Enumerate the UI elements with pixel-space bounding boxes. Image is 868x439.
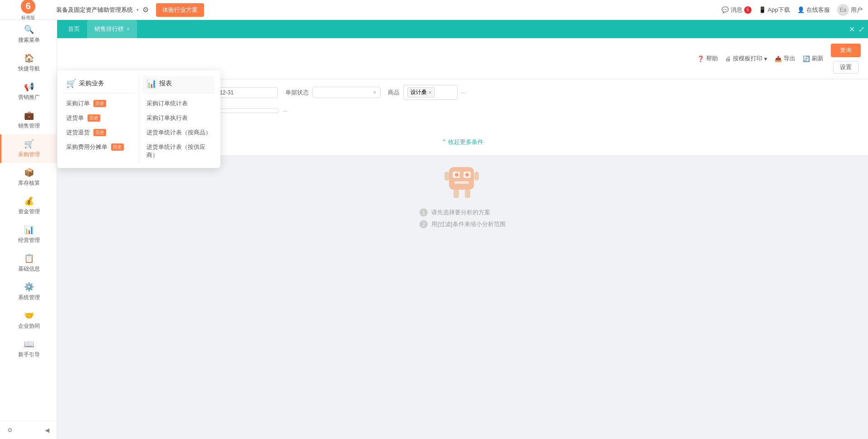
sidebar-item-newbie[interactable]: 📖 新手引导 [0, 335, 57, 363]
svg-rect-7 [465, 190, 470, 198]
sidebar-label-operations: 经营管理 [18, 237, 40, 244]
footer-settings-icon[interactable]: ⚙ [7, 427, 13, 434]
empty-illustration [435, 156, 490, 201]
messages-item[interactable]: 💬 消息 5 [722, 6, 751, 14]
product-label: 商品 [388, 89, 400, 97]
system-title: 装备及固定资产辅助管理系统 [56, 6, 133, 14]
sidebar-label-newbie: 新手引导 [18, 351, 40, 359]
tab-sales-rank-label: 销售排行榜 [94, 25, 124, 33]
menu-item-incoming-stats-supplier[interactable]: 进货单统计表（按供应商） [143, 140, 215, 163]
refresh-action[interactable]: 🔄 刷新 [803, 54, 824, 63]
sidebar-label-purchase: 采购管理 [18, 151, 40, 158]
tab-close-window-icon[interactable]: ✕ [849, 25, 855, 34]
hint-num-1: 1 [419, 208, 428, 217]
sidebar: 🔍 搜索菜单 🏠 快捷导航 📢 营销推广 💼 销售管理 🛒 采购管理 📦 [0, 20, 57, 439]
message-icon: 💬 [722, 6, 729, 13]
menu-item-incoming[interactable]: 进货单 历史 [63, 111, 135, 125]
user-item[interactable]: Ea 用户 [837, 4, 863, 16]
menu-columns: 🛒 采购业务 采购订单 历史 进货单 历史 进货退货 历史 采购费用分摊单 [63, 76, 215, 163]
help-action[interactable]: ❓ 帮助 [697, 54, 718, 63]
avatar: Ea [837, 4, 849, 16]
sidebar-item-marketing[interactable]: 📢 营销推广 [0, 77, 57, 106]
basic-info-icon: 📋 [24, 253, 34, 263]
online-service-item[interactable]: 👤 在线客服 [797, 6, 830, 14]
trial-button[interactable]: 体验行业方案 [156, 3, 204, 17]
product-control[interactable]: 设计桑 × [403, 85, 458, 100]
cost-history: 历史 [111, 143, 124, 151]
menu-item-incoming-stats-product[interactable]: 进货单统计表（按商品） [143, 125, 215, 140]
query-button[interactable]: 查询 [831, 44, 861, 57]
refresh-label: 刷新 [812, 54, 824, 63]
sidebar-item-inventory[interactable]: 📦 库存核算 [0, 163, 57, 192]
sidebar-item-sales[interactable]: 💼 销售管理 [0, 106, 57, 134]
purchase-icon: 🛒 [24, 139, 34, 149]
app-container: 6 标准版 装备及固定资产辅助管理系统 ▾ ⚙ 体验行业方案 💬 消息 5 📱 … [0, 0, 868, 439]
sidebar-item-finance[interactable]: 💰 资金管理 [0, 192, 57, 220]
finance-icon: 💰 [24, 196, 34, 206]
sidebar-item-home[interactable]: 🏠 快捷导航 [0, 49, 57, 77]
sidebar-label-basic-info: 基础信息 [18, 265, 40, 273]
product-tag-close[interactable]: × [429, 89, 432, 96]
tab-actions: ✕ ⤢ [849, 25, 864, 34]
footer-collapse-icon[interactable]: ◀ [45, 427, 49, 434]
top-bar: 6 标准版 装备及固定资产辅助管理系统 ▾ ⚙ 体验行业方案 💬 消息 5 📱 … [0, 0, 868, 20]
app-download-item[interactable]: 📱 App下载 [759, 6, 790, 14]
inventory-icon: 📦 [24, 168, 34, 178]
bill-status-arrow: ▾ [373, 89, 376, 96]
return-history: 历史 [93, 129, 106, 136]
sidebar-label-sales: 销售管理 [18, 122, 40, 130]
menu-item-purchase-order[interactable]: 采购订单 历史 [63, 96, 135, 111]
settings-icon[interactable]: ⚙ [142, 5, 149, 14]
bill-status-label: 单据状态 [285, 89, 309, 97]
menu-col-left: 🛒 采购业务 采购订单 历史 进货单 历史 进货退货 历史 采购费用分摊单 [63, 76, 135, 163]
sidebar-item-operations[interactable]: 📊 经营管理 [0, 220, 57, 249]
print-label: 按模板打印 [733, 54, 762, 63]
tab-sales-rank[interactable]: 销售排行榜 × [87, 20, 137, 38]
export-action[interactable]: 📤 导出 [775, 54, 795, 63]
system-icon: ⚙️ [24, 282, 34, 292]
product-dots[interactable]: ··· [461, 89, 466, 96]
online-service-label: 在线客服 [806, 6, 830, 14]
hint-text-2: 用[过滤]条件来缩小分析范围 [431, 220, 505, 228]
logo-area: 6 标准版 [5, 0, 51, 21]
sidebar-label-search: 搜索菜单 [18, 36, 40, 44]
menu-item-return[interactable]: 进货退货 历史 [63, 125, 135, 140]
messages-badge: 5 [744, 6, 751, 14]
tab-maximize-icon[interactable]: ⤢ [858, 25, 864, 34]
menu-item-purchase-order-exec[interactable]: 采购订单执行表 [143, 111, 215, 125]
tab-home-label: 首页 [68, 25, 80, 33]
menu-col-right: 📊 报表 采购订单统计表 采购订单执行表 进货单统计表（按商品） 进货单统计表（… [143, 76, 215, 163]
empty-robot-svg [435, 156, 490, 201]
tab-home[interactable]: 首页 [61, 20, 87, 38]
svg-point-9 [465, 173, 469, 177]
purchase-order-label: 采购订单 [66, 99, 90, 108]
user-name: 用户 [851, 6, 863, 14]
svg-point-8 [455, 173, 458, 177]
tab-bar: 首页 销售排行榜 × ✕ ⤢ [57, 20, 868, 38]
set-button[interactable]: 设置 [833, 61, 858, 74]
tab-close-icon[interactable]: × [127, 26, 130, 32]
menu-item-cost[interactable]: 采购费用分摊单 历史 [63, 140, 135, 154]
print-action[interactable]: 🖨 按模板打印 ▾ [725, 54, 767, 63]
product-filter: 商品 设计桑 × ··· [388, 85, 466, 100]
bill-status-control[interactable]: ▾ [312, 87, 380, 98]
menu-item-purchase-order-stats[interactable]: 采购订单统计表 [143, 96, 215, 111]
sidebar-item-purchase[interactable]: 🛒 采购管理 [0, 134, 57, 163]
system-title-dropdown[interactable]: ▾ [137, 7, 139, 12]
sidebar-item-system[interactable]: ⚙️ 系统管理 [0, 277, 57, 306]
empty-hints: 1 请先选择要分析的方案 2 用[过滤]条件来缩小分析范围 [419, 208, 505, 228]
sidebar-item-basic-info[interactable]: 📋 基础信息 [0, 249, 57, 277]
messages-label: 消息 [731, 6, 742, 14]
sidebar-label-system: 系统管理 [18, 294, 40, 301]
enterprise-icon: 🤝 [24, 311, 34, 321]
salesperson-dots[interactable]: ··· [283, 108, 288, 114]
purchase-menu-icon: 🛒 [66, 79, 76, 89]
purchase-order-exec-label: 采购订单执行表 [146, 114, 188, 122]
logo-char: 6 [25, 1, 30, 11]
sidebar-item-enterprise[interactable]: 🤝 企业协同 [0, 306, 57, 335]
incoming-stats-product-label: 进货单统计表（按商品） [146, 128, 211, 137]
content-body: 1 请先选择要分析的方案 2 用[过滤]条件来缩小分析范围 [57, 156, 868, 439]
svg-rect-4 [444, 172, 449, 181]
menu-col-right-header: 📊 报表 [143, 76, 215, 94]
sidebar-item-search[interactable]: 🔍 搜索菜单 [0, 20, 57, 49]
